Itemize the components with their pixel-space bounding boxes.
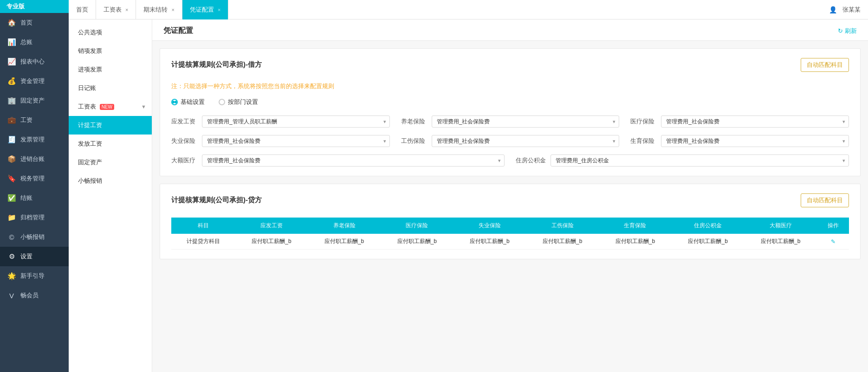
debit-auto-match-button[interactable]: 自动匹配科目	[801, 58, 849, 72]
label-medical: 医疗保险	[630, 117, 656, 126]
subnav-label: 销项发票	[78, 47, 102, 54]
td-action[interactable]: ✎	[817, 234, 849, 250]
page-title: 凭证配置	[163, 26, 193, 36]
credit-table: 科目 应发工资 养老保险 医疗保险 失业保险 工伤保险 生育保险 住房公积金 大…	[171, 218, 849, 250]
subnav-item-expense[interactable]: 小畅报销	[69, 172, 152, 190]
sidebar-item-label: 设置	[20, 252, 32, 261]
tab-close-icon[interactable]: ×	[125, 7, 128, 13]
tab-close-icon[interactable]: ×	[171, 7, 174, 13]
main-area: 首页 工资表 × 期末结转 × 凭证配置 × 👤 张某某 公共选项 销项发票	[69, 0, 868, 372]
subnav-item-public[interactable]: 公共选项	[69, 23, 152, 42]
tax-icon: 🔖	[7, 174, 16, 183]
radio-department[interactable]: 按部门设置	[219, 98, 258, 106]
settings-icon: ⚙	[7, 252, 16, 261]
sidebar-item-ledger[interactable]: 📊 总账	[0, 32, 69, 52]
tab-label: 凭证配置	[190, 6, 214, 14]
sidebar-item-label: 资金管理	[20, 77, 45, 85]
td-unemployment-val: 应付职工薪酬_b	[453, 234, 526, 250]
radio-basic[interactable]: 基础设置	[171, 98, 205, 106]
tab-label: 首页	[76, 6, 88, 14]
sidebar-item-archive[interactable]: 📁 归档管理	[0, 208, 69, 227]
assets-icon: 🏢	[7, 96, 16, 105]
td-injury-val: 应付职工薪酬_b	[526, 234, 599, 250]
close-period-icon: ✅	[7, 194, 16, 202]
sidebar-item-close[interactable]: ✅ 结账	[0, 188, 69, 208]
edit-icon[interactable]: ✎	[831, 238, 836, 245]
select-salary: 管理费用_管理人员职工薪酬 ▾	[202, 115, 390, 128]
credit-auto-match-button[interactable]: 自动匹配科目	[801, 193, 849, 207]
th-unemployment: 失业保险	[453, 218, 526, 234]
invoice-icon: 🧾	[7, 135, 16, 144]
sidebar-item-invoice[interactable]: 🧾 发票管理	[0, 130, 69, 149]
ledger-icon: 📊	[7, 38, 16, 46]
sidebar-item-home[interactable]: 🏠 首页	[0, 13, 69, 32]
subnav-item-journal[interactable]: 日记账	[69, 79, 152, 97]
sidebar-item-label: 总账	[20, 38, 32, 46]
housing-select[interactable]: 管理费用_住房公积金	[551, 154, 849, 167]
sidebar-item-tax[interactable]: 🔖 税务管理	[0, 169, 69, 188]
sidebar-item-reports[interactable]: 📈 报表中心	[0, 52, 69, 71]
tab-payroll[interactable]: 工资表 ×	[96, 0, 136, 19]
sidebar-item-member[interactable]: V 畅会员	[0, 286, 69, 305]
debit-section: 计提核算规则(公司承担)-借方 自动匹配科目 注：只能选择一种方式，系统将按照您…	[160, 48, 861, 176]
page-header: 凭证配置 ↻ 刷新	[152, 19, 868, 41]
radio-dept-circle	[219, 99, 225, 105]
tab-home[interactable]: 首页	[69, 0, 96, 19]
select-pension: 管理费用_社会保险费 ▾	[432, 115, 620, 128]
sidebar-item-assets[interactable]: 🏢 固定资产	[0, 91, 69, 110]
subnav-label: 计提工资	[78, 122, 102, 128]
sidebar-item-label: 固定资产	[20, 96, 45, 105]
debit-section-title: 计提核算规则(公司承担)-借方	[171, 60, 262, 69]
subnav-label: 进项发票	[78, 66, 102, 73]
sidebar: 专业版 🏠 首页 📊 总账 📈 报表中心 💰 资金管理 🏢 固定资产 💼 工资 …	[0, 0, 69, 372]
label-injury: 工伤保险	[401, 137, 427, 145]
major-medical-select[interactable]: 管理费用_社会保险费	[202, 154, 505, 167]
tab-period-close[interactable]: 期末结转 ×	[136, 0, 182, 19]
tab-close-icon[interactable]: ×	[218, 7, 220, 13]
arrow-icon: ▼	[141, 104, 146, 109]
label-housing: 住房公积金	[516, 156, 546, 165]
th-salary: 应发工资	[235, 218, 308, 234]
salary-icon: 💼	[7, 116, 16, 124]
subnav: 公共选项 销项发票 进项发票 日记账 工资表 NEW ▼ 计提工资 发放工资	[69, 19, 152, 372]
topbar-actions: 👤 张某某	[829, 6, 868, 14]
injury-select[interactable]: 管理费用_社会保险费	[432, 135, 620, 147]
debit-warning: 注：只能选择一种方式，系统将按照您当前的选择来配置规则	[171, 82, 849, 90]
label-pension: 养老保险	[401, 117, 427, 126]
sidebar-item-settings[interactable]: ⚙ 设置	[0, 247, 69, 266]
pension-select[interactable]: 管理费用_社会保险费	[432, 115, 620, 128]
maternity-select[interactable]: 管理费用_社会保险费	[661, 135, 849, 147]
sidebar-item-label: 进销台账	[20, 155, 45, 163]
subnav-item-fixed-assets[interactable]: 固定资产	[69, 153, 152, 172]
form-item-pension: 养老保险 管理费用_社会保险费 ▾	[401, 115, 620, 128]
member-icon: V	[7, 292, 16, 300]
subnav-label: 发放工资	[78, 140, 102, 147]
th-injury: 工伤保险	[526, 218, 599, 234]
tab-voucher-config[interactable]: 凭证配置 ×	[182, 0, 228, 19]
form-item-injury: 工伤保险 管理费用_社会保险费 ▾	[401, 135, 620, 147]
subnav-item-pay-salary[interactable]: 发放工资	[69, 135, 152, 153]
label-maternity: 生育保险	[630, 137, 656, 145]
subnav-item-sales-invoice[interactable]: 销项发票	[69, 42, 152, 60]
credit-section-title: 计提核算规则(公司承担)-贷方	[171, 196, 262, 205]
credit-section-header: 计提核算规则(公司承担)-贷方 自动匹配科目	[171, 193, 849, 212]
th-medical: 医疗保险	[381, 218, 453, 234]
medical-select[interactable]: 管理费用_社会保险费	[661, 115, 849, 128]
sidebar-item-xiaochang[interactable]: © 小畅报销	[0, 227, 69, 247]
sidebar-item-inventory[interactable]: 📦 进销台账	[0, 149, 69, 169]
subnav-item-payroll-table[interactable]: 工资表 NEW ▼	[69, 97, 152, 116]
th-major-medical: 大额医疗	[744, 218, 817, 234]
subnav-item-purchase-invoice[interactable]: 进项发票	[69, 60, 152, 79]
funds-icon: 💰	[7, 77, 16, 85]
salary-select[interactable]: 管理费用_管理人员职工薪酬	[202, 115, 390, 128]
sidebar-item-funds[interactable]: 💰 资金管理	[0, 71, 69, 91]
label-salary: 应发工资	[171, 117, 197, 126]
unemployment-select[interactable]: 管理费用_社会保险费	[202, 135, 390, 147]
guide-icon: 🌟	[7, 272, 16, 280]
subnav-item-accrued-salary[interactable]: 计提工资	[69, 116, 152, 135]
sidebar-item-salary[interactable]: 💼 工资	[0, 110, 69, 130]
refresh-button[interactable]: ↻ 刷新	[838, 27, 857, 35]
sidebar-item-label: 工资	[20, 116, 32, 124]
sidebar-item-guide[interactable]: 🌟 新手引导	[0, 266, 69, 286]
sidebar-item-label: 畅会员	[20, 291, 39, 300]
